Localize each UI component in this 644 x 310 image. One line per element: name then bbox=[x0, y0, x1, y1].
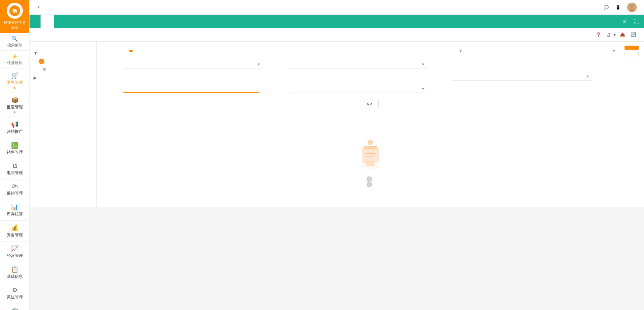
logo-text: 畅捷通好生意 bbox=[4, 20, 26, 25]
filter-receipt-status: ▾ bbox=[267, 60, 427, 68]
print-btn[interactable]: 🖨 ▾ bbox=[606, 32, 616, 37]
empty-tip-1: 1 bbox=[367, 176, 374, 182]
export-btn[interactable]: 📤 bbox=[620, 32, 627, 37]
print-icon: 🖨 bbox=[606, 32, 611, 37]
settings-btn[interactable] bbox=[625, 52, 639, 56]
doc-type-select[interactable]: ▾ bbox=[336, 47, 464, 55]
salesperson-select[interactable] bbox=[288, 75, 427, 78]
tabs-right-actions: ✕ ⛶ bbox=[620, 17, 644, 26]
refresh-btn[interactable]: 🔄 bbox=[631, 32, 637, 37]
page-actions: ❓ 🖨 ▾ 📤 🔄 bbox=[596, 32, 637, 37]
retail-label: 零售管理 bbox=[7, 80, 23, 86]
filter-inputs: ▾ ▾ bbox=[97, 42, 644, 115]
sidebar-item-inventory[interactable]: 📊 库存核算 bbox=[0, 200, 29, 221]
sidebar-item-ecommerce[interactable]: 🖥 电商管理 bbox=[0, 159, 29, 179]
product-select[interactable] bbox=[123, 75, 263, 78]
date-last-month-btn[interactable] bbox=[123, 50, 127, 52]
sales-icon: 💹 bbox=[11, 142, 18, 149]
scheme-sub-item-order[interactable]: ⊞ bbox=[30, 66, 96, 73]
scheme-panel: ▼ ✓ ⊞ ▶ bbox=[30, 42, 97, 207]
system-icon: ⚙ bbox=[12, 287, 17, 294]
sidebar-item-purchase[interactable]: 🛍 采购管理 bbox=[0, 179, 29, 200]
mobile-chevron-icon: ▶ bbox=[34, 75, 37, 80]
query-btn[interactable] bbox=[625, 46, 639, 50]
sidebar-item-system[interactable]: ⚙ 系统管理 bbox=[0, 283, 29, 304]
search-menu-item[interactable]: 🔍 搜索菜单 bbox=[0, 33, 29, 51]
date-this-month-btn[interactable] bbox=[129, 50, 133, 52]
receipt-status-dropdown-icon: ▾ bbox=[422, 62, 424, 67]
receipt-status-select[interactable]: ▾ bbox=[288, 60, 427, 68]
department-select[interactable]: ▾ bbox=[452, 72, 592, 81]
help-btn[interactable]: ❓ bbox=[596, 32, 602, 37]
collapse-btn[interactable]: ∧∧ bbox=[362, 100, 379, 108]
department-dropdown-icon: ▾ bbox=[587, 74, 589, 79]
quick-nav-item[interactable]: ⚡ 快捷导航 bbox=[0, 51, 29, 68]
finance-label: 资金管理 bbox=[7, 232, 23, 238]
breadcrumb-dropdown-icon[interactable]: ▾ bbox=[38, 5, 40, 10]
date-more-btn[interactable] bbox=[145, 50, 149, 52]
quick-nav-label: 快捷导航 bbox=[7, 60, 22, 65]
logo-subtitle: 标版 bbox=[11, 25, 18, 30]
out-status-select[interactable]: ▾ bbox=[123, 60, 263, 68]
filter-row-3: ▾ bbox=[102, 72, 639, 81]
tab-minimize-btn[interactable]: ✕ bbox=[620, 17, 629, 26]
finance-icon: 💰 bbox=[11, 224, 18, 231]
purchase-label: 采购管理 bbox=[7, 191, 23, 196]
warehouse-select[interactable] bbox=[452, 63, 592, 66]
doc-status-dropdown-icon: ▾ bbox=[613, 48, 615, 53]
filter-salesperson bbox=[267, 75, 427, 78]
main-area: ▾ 💬 📱 bbox=[30, 0, 644, 310]
payment-tag bbox=[291, 88, 293, 89]
tab-home[interactable] bbox=[30, 15, 41, 28]
operations-label: 经营管理 bbox=[7, 253, 23, 259]
pc-chevron-icon: ▼ bbox=[34, 51, 38, 56]
collapse-chevron-icon: ∧∧ bbox=[366, 101, 373, 106]
tab-sales-stats[interactable] bbox=[41, 15, 54, 28]
sidebar-item-retail[interactable]: 🛒 零售管理 ▲ bbox=[0, 68, 29, 93]
refresh-icon: 🔄 bbox=[631, 32, 636, 37]
sidebar-item-operations[interactable]: 📈 经营管理 bbox=[0, 242, 29, 262]
scheme-pc-group-header[interactable]: ▼ bbox=[30, 50, 96, 57]
help-icon: ❓ bbox=[596, 32, 601, 37]
doc-status-select[interactable]: ▾ bbox=[490, 47, 618, 55]
wholesale-icon: 📦 bbox=[11, 96, 18, 104]
scheme-mobile-group-header[interactable]: ▶ bbox=[30, 74, 96, 82]
tab-maximize-btn[interactable]: ⛶ bbox=[632, 17, 641, 26]
sidebar-item-sales[interactable]: 💹 销售管理 bbox=[0, 138, 29, 159]
sales-label: 销售管理 bbox=[7, 150, 23, 155]
date-buttons bbox=[123, 50, 154, 52]
sidebar-item-finance[interactable]: 💰 资金管理 bbox=[0, 221, 29, 242]
print-dropdown-icon: ▾ bbox=[613, 32, 616, 37]
message-btn[interactable]: 💬 bbox=[604, 5, 610, 10]
sidebar-item-basicinfo[interactable]: 📋 基础信息 bbox=[0, 262, 29, 283]
filter-product bbox=[102, 75, 263, 78]
svg-point-4 bbox=[629, 8, 635, 12]
page-header: ❓ 🖨 ▾ 📤 🔄 bbox=[30, 28, 644, 42]
sidebar-item-wholesale[interactable]: 📦 批发管理 ▲ bbox=[0, 93, 29, 117]
consignee-input[interactable] bbox=[123, 85, 259, 93]
inventory-label: 库存核算 bbox=[7, 211, 23, 217]
svg-rect-9 bbox=[365, 156, 372, 157]
topbar-right: 💬 📱 bbox=[604, 3, 639, 12]
empty-icon bbox=[354, 138, 387, 171]
payment-select[interactable]: ▾ bbox=[288, 85, 427, 93]
scheme-item-salesperson[interactable]: ✓ bbox=[30, 57, 96, 66]
filter-warehouse bbox=[431, 63, 592, 66]
svg-point-3 bbox=[630, 5, 634, 8]
date-this-year-btn[interactable] bbox=[134, 50, 138, 52]
payment-dropdown-icon: ▾ bbox=[422, 86, 424, 91]
export-icon: 📤 bbox=[620, 32, 625, 37]
brand-select[interactable] bbox=[452, 87, 592, 90]
filter-out-status: ▾ bbox=[102, 60, 263, 68]
page-content: ❓ 🖨 ▾ 📤 🔄 bbox=[30, 28, 644, 310]
user-menu[interactable] bbox=[627, 3, 639, 12]
message-icon: 💬 bbox=[604, 5, 609, 10]
sidebar-item-enterprise[interactable]: 🏢 企业协同 bbox=[0, 304, 29, 310]
enterprise-icon: 🏢 bbox=[11, 307, 18, 310]
filter-department: ▾ bbox=[431, 72, 592, 81]
app-download-btn[interactable]: 📱 bbox=[615, 5, 622, 10]
date-custom-btn[interactable] bbox=[150, 50, 154, 52]
filter-panel: ▼ ✓ ⊞ ▶ bbox=[30, 42, 644, 207]
sidebar-item-marketing[interactable]: 📢 营销推广 bbox=[0, 117, 29, 138]
date-last7-btn[interactable] bbox=[140, 50, 144, 52]
